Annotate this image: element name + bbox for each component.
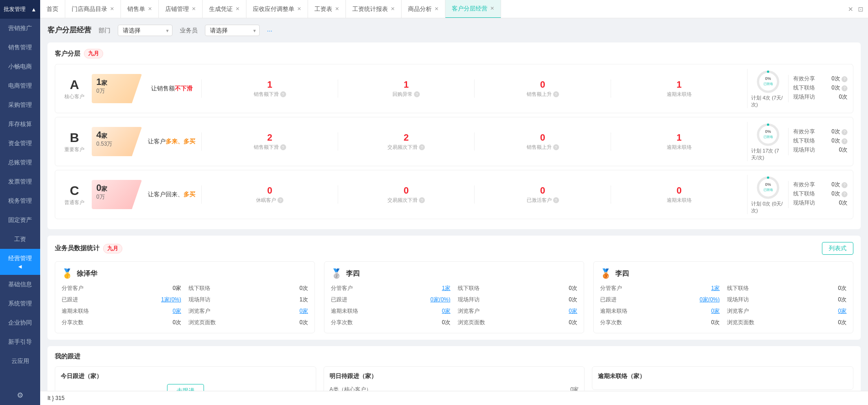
tab-voucher[interactable]: 生成凭证 ✕ — [203, 0, 246, 18]
tab-payroll-report[interactable]: 工资统计报表 ✕ — [346, 0, 402, 18]
sidebar-item-ecommerce[interactable]: 电商管理 — [0, 76, 40, 95]
tabs-bar: 首页 门店商品目录 ✕ 销售单 ✕ 店铺管理 ✕ 生成凭证 ✕ 应收应付调整单 … — [40, 0, 868, 18]
tab-payroll[interactable]: 工资表 ✕ — [308, 0, 346, 18]
close-icon[interactable]: ✕ — [490, 5, 494, 11]
info-icon[interactable]: ? — [414, 91, 420, 97]
sidebar-item-marketing[interactable]: 营销推广 — [0, 19, 40, 38]
tabs-end-controls: ✕ ⊡ — [848, 5, 868, 13]
sidebar-item-guide[interactable]: 新手引导 — [0, 332, 40, 352]
info-icon[interactable]: ? — [842, 191, 847, 197]
staff-select[interactable]: 请选择 — [205, 25, 260, 36]
info-icon[interactable]: ? — [419, 197, 425, 203]
biz-row: 线下联络 0次 — [458, 284, 577, 292]
close-icon[interactable]: ✕ — [297, 6, 301, 12]
biz-card-header-3: 🥉 李四 — [600, 268, 847, 279]
close-icon[interactable]: ✕ — [235, 6, 240, 12]
settings-icon[interactable]: ⚙ — [0, 385, 40, 405]
biz-card-1: 🥇 徐泽华 分管客户 0家 线下联络 0次 已跟进 — [55, 261, 315, 333]
sidebar-header-label: 批发管理 — [4, 5, 26, 13]
biz-row: 浏览页面数 0次 — [458, 319, 577, 326]
follow-card-title: 明日待跟进（家） — [329, 372, 579, 380]
tab-ar-ap[interactable]: 应收应付调整单 ✕ — [246, 0, 308, 18]
tab-store-products[interactable]: 门店商品目录 ✕ — [65, 0, 121, 18]
info-icon[interactable]: ? — [553, 91, 559, 97]
circle-block-b: 0% 已联络 计划 17次 (7天/次) — [747, 122, 788, 161]
right-stats-c: 有效分享 0次 ? 线下联络 0次 ? 现场拜访 0次 — [788, 181, 847, 208]
info-icon[interactable]: ? — [419, 144, 425, 150]
biz-row: 分管客户 1家 — [331, 284, 450, 292]
info-icon[interactable]: ? — [553, 144, 559, 150]
sidebar-item-invoice[interactable]: 发票管理 — [0, 172, 40, 191]
sidebar-item-purchase[interactable]: 采购管理 — [0, 95, 40, 115]
close-all-icon[interactable]: ✕ — [848, 5, 853, 13]
info-icon[interactable]: ? — [842, 76, 847, 82]
dept-select[interactable]: 请选择 — [118, 25, 173, 36]
right-stats-b: 有效分享 0次 ? 线下联络 0次 ? 现场拜访 0次 — [788, 128, 847, 155]
tab-product-analysis[interactable]: 商品分析 ✕ — [402, 0, 445, 18]
svg-text:已联络: 已联络 — [763, 82, 773, 85]
window-icon[interactable]: ⊡ — [858, 5, 863, 13]
close-icon[interactable]: ✕ — [148, 6, 152, 12]
sidebar-item-management[interactable]: 经营管理 ◀ — [0, 249, 40, 275]
svg-point-4 — [758, 125, 778, 145]
biz-grid-3: 分管客户 1家 线下联络 0次 已跟进 0家(0%) 现场拜访 — [600, 284, 847, 326]
page-header: 客户分层经营 部门 请选择 业务员 请选择 ··· — [47, 25, 861, 36]
sidebar-item-tax[interactable]: 税务管理 — [0, 191, 40, 210]
sidebar-item-ledger[interactable]: 总账管理 — [0, 153, 40, 172]
biz-card-3: 🥉 李四 分管客户 1家 线下联络 0次 已跟进 — [593, 261, 853, 333]
close-icon[interactable]: ✕ — [434, 6, 439, 12]
stat-cell: 0 已激活客户 ? — [474, 185, 611, 204]
sidebar-item-cloud[interactable]: 云应用 — [0, 352, 40, 371]
tab-sales-order[interactable]: 销售单 ✕ — [121, 0, 159, 18]
info-icon[interactable]: ? — [842, 129, 847, 135]
close-icon[interactable]: ✕ — [192, 6, 196, 12]
close-icon[interactable]: ✕ — [391, 6, 395, 12]
sidebar-item-ecommerce-mini[interactable]: 小畅电商 — [0, 57, 40, 76]
sidebar-item-finance[interactable]: 资金管理 — [0, 134, 40, 153]
dept-select-wrap: 请选择 — [118, 25, 173, 36]
sidebar-toggle-icon[interactable]: ▲ — [31, 6, 37, 13]
right-stats-a: 有效分享 0次 ? 线下联络 0次 ? 现场拜访 0次 — [788, 75, 847, 102]
close-icon[interactable]: ✕ — [110, 6, 114, 12]
close-icon[interactable]: ✕ — [335, 6, 339, 12]
info-icon[interactable]: ? — [842, 138, 847, 144]
tier-slogan-a: 让销售额不下滑 — [142, 84, 201, 93]
stat-cell: 0 休眠客户 ? — [201, 185, 338, 204]
biz-row: 浏览客户 0家 — [188, 307, 308, 315]
info-icon[interactable]: ? — [842, 85, 847, 91]
biz-row: 线下联络 0次 — [727, 284, 847, 292]
svg-text:0%: 0% — [765, 129, 771, 134]
info-icon[interactable]: ? — [553, 197, 559, 203]
sidebar-item-sales[interactable]: 销售管理 — [0, 38, 40, 57]
follow-section-title: 我的跟进 — [55, 352, 853, 361]
tab-home[interactable]: 首页 — [40, 0, 65, 18]
sidebar-item-payroll[interactable]: 工资 — [0, 230, 40, 249]
sidebar-item-system[interactable]: 系统管理 — [0, 294, 40, 313]
sidebar-item-basic[interactable]: 基础信息 — [0, 275, 40, 294]
sidebar-item-collab[interactable]: 企业协同 — [0, 313, 40, 332]
info-icon[interactable]: ? — [280, 91, 286, 97]
more-filter-btn[interactable]: ··· — [267, 27, 272, 34]
medal-silver-icon: 🥈 — [331, 268, 342, 279]
info-icon[interactable]: ? — [280, 144, 286, 150]
bottom-text: It } 315 — [47, 395, 64, 401]
tab-store-manage[interactable]: 店铺管理 ✕ — [159, 0, 203, 18]
tier-count-b: 4家 0.53万 — [92, 127, 142, 156]
sidebar-item-inventory[interactable]: 库存核算 — [0, 115, 40, 134]
list-view-button[interactable]: 列表式 — [822, 242, 853, 255]
biz-grid-1: 分管客户 0家 线下联络 0次 已跟进 1家(0%) 现场拜访 — [62, 284, 308, 326]
biz-row: 逾期未联络 0家 — [331, 307, 450, 315]
biz-cards: 🥇 徐泽华 分管客户 0家 线下联络 0次 已跟进 — [55, 261, 853, 333]
follow-card-title: 今日跟进（家） — [61, 372, 310, 380]
svg-text:已联络: 已联络 — [763, 188, 773, 191]
info-icon[interactable]: ? — [277, 197, 283, 203]
biz-card-header-2: 🥈 李四 — [331, 268, 577, 279]
sidebar-header[interactable]: 批发管理 ▲ — [0, 0, 40, 19]
biz-row: 现场拜访 0次 — [727, 296, 847, 304]
tier-slogan-b: 让客户多来、多买 — [142, 137, 201, 146]
biz-row: 浏览页面数 0次 — [188, 319, 308, 326]
sidebar-item-assets[interactable]: 固定资产 — [0, 210, 40, 230]
tab-customer-tier[interactable]: 客户分层经营 ✕ — [445, 0, 501, 18]
info-icon[interactable]: ? — [842, 182, 847, 188]
biz-row: 分享次数 0次 — [62, 319, 181, 326]
